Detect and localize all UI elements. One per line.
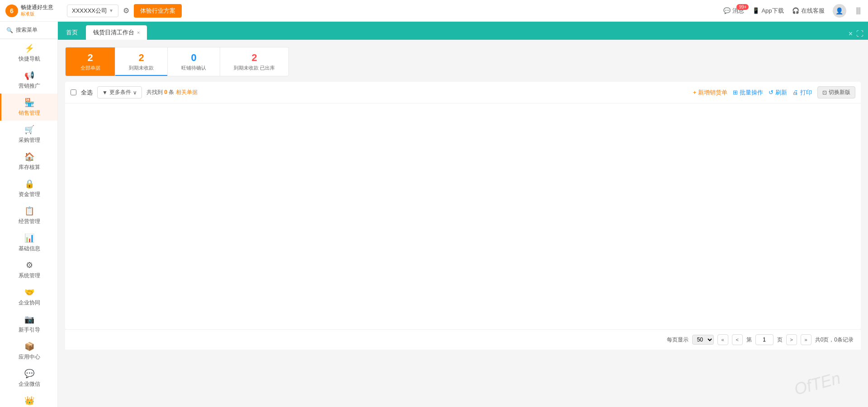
stat-label-all: 全部单据 [80, 65, 100, 71]
avatar-icon: 👤 [835, 7, 843, 14]
sidebar-item-finance[interactable]: 🔒 资金管理 [0, 175, 57, 202]
sidebar-item-label: 资金管理 [19, 191, 40, 198]
sidebar-item-beginner[interactable]: 📷 新手引导 [0, 310, 57, 337]
operations-icon: 📋 [24, 206, 34, 216]
sidebar: 🔍 搜索菜单 ⚡ 快捷导航 📢 营销推广 🏪 销售管理 🛒 采购管理 🏠 库存核… [0, 22, 58, 407]
tab-maximize-icon[interactable]: ⛶ [856, 30, 863, 38]
print-btn[interactable]: 🖨 打印 [793, 89, 812, 97]
batch-btn[interactable]: ⊞ 批量操作 [733, 89, 763, 97]
tab-minimize-icon[interactable]: × [849, 30, 853, 38]
sidebar-item-inventory[interactable]: 🏠 库存核算 [0, 148, 57, 175]
table-area [65, 103, 861, 329]
refresh-icon: ↺ [769, 89, 774, 96]
sidebar-search-item[interactable]: 🔍 搜索菜单 [0, 22, 57, 39]
tab-close-icon[interactable]: × [137, 30, 140, 35]
filter-btn[interactable]: ▼ 更多条件 ∨ [97, 86, 142, 98]
experience-btn[interactable]: 体验行业方案 [134, 4, 182, 18]
stat-tab-pending[interactable]: 0 旺铺待确认 [168, 47, 220, 76]
print-label: 打印 [800, 89, 812, 97]
sidebar-item-operations[interactable]: 📋 经营管理 [0, 202, 57, 229]
sidebar-item-marketing[interactable]: 📢 营销推广 [0, 66, 57, 94]
headset-icon: 🎧 [792, 7, 799, 14]
sidebar-item-app-center[interactable]: 📦 应用中心 [0, 337, 57, 365]
stat-num-overdue: 2 [138, 52, 144, 64]
tab-home[interactable]: 首页 [59, 25, 85, 40]
page-number-input[interactable] [755, 334, 774, 345]
logo-icon: 6 [5, 5, 18, 17]
purchase-icon: 🛒 [24, 125, 34, 135]
tab-active[interactable]: 钱货日清工作台 × [86, 25, 147, 40]
found-link[interactable]: 相关单据 [176, 89, 198, 95]
stat-tab-all[interactable]: 2 全部单据 [66, 47, 115, 76]
company-selector[interactable]: XXXXXX公司 ▼ [67, 5, 118, 17]
logo-badge: 标准版 [21, 11, 53, 17]
enterprise-icon: 🤝 [24, 287, 34, 297]
avatar[interactable]: 👤 [833, 4, 846, 18]
sidebar-item-quick-nav[interactable]: ⚡ 快捷导航 [0, 39, 57, 66]
system-icon: ⚙ [26, 260, 33, 270]
app-download-icon: 📱 [752, 7, 760, 14]
select-all-checkbox[interactable] [71, 89, 76, 95]
sidebar-item-purchase[interactable]: 🛒 采购管理 [0, 121, 57, 148]
sidebar-item-system[interactable]: ⚙ 系统管理 [0, 256, 57, 283]
sidebar-item-label: 快捷导航 [19, 55, 40, 63]
header-right: 💬 消息 99+ 📱 App下载 🎧 在线客服 👤 ▐▌ [723, 4, 863, 18]
switch-view-btn[interactable]: ⊡ 切换新版 [817, 86, 855, 98]
logo-app-name: 畅捷通好生意 [21, 4, 53, 11]
app-download-label: App下载 [761, 7, 783, 15]
sidebar-item-basic-info[interactable]: 📊 基础信息 [0, 229, 57, 256]
sidebar-item-wechat[interactable]: 💬 企业微信 [0, 365, 57, 392]
per-page-select[interactable]: 50 [692, 335, 714, 345]
pagination: 每页显示 50 « < 第 页 > » 共0页，0条记录 [65, 329, 861, 350]
message-btn[interactable]: 💬 消息 99+ [723, 7, 744, 15]
sales-icon: 🏪 [24, 98, 34, 108]
batch-label: 批量操作 [740, 89, 763, 97]
logo-area: 6 畅捷通好生意 标准版 [5, 4, 63, 18]
stat-tab-shipped[interactable]: 2 到期未收款 已出库 [220, 47, 288, 76]
online-service-btn[interactable]: 🎧 在线客服 [792, 7, 825, 15]
select-all-label: 全选 [81, 89, 93, 97]
page-label: 第 [746, 336, 752, 344]
found-unit: 条 [169, 89, 174, 95]
last-page-btn[interactable]: » [801, 334, 811, 345]
marketing-icon: 📢 [24, 70, 34, 80]
sidebar-item-label: 经营管理 [19, 218, 40, 225]
message-icon: 💬 [723, 7, 731, 14]
online-service-label: 在线客服 [801, 7, 825, 15]
sidebar-item-label: 库存核算 [19, 164, 40, 171]
sidebar-item-enterprise[interactable]: 🤝 企业协同 [0, 283, 57, 310]
total-text: 共0页，0条记录 [815, 336, 854, 344]
stat-tab-overdue[interactable]: 2 到期未收款 [115, 47, 168, 76]
stat-label-shipped: 到期未收款 已出库 [234, 65, 275, 71]
filter-icon: ▼ [102, 89, 108, 96]
sidebar-item-label: 新手引导 [19, 326, 40, 334]
user-name-display[interactable]: ▐▌ [854, 7, 863, 14]
prev-page-btn[interactable]: < [732, 334, 743, 345]
chevron-icon: ∨ [133, 89, 137, 96]
stat-num-all: 2 [87, 52, 93, 64]
finance-icon: 🔒 [24, 179, 34, 189]
chevron-down-icon-user: ▐▌ [854, 7, 863, 14]
per-page-label: 每页显示 [667, 336, 689, 344]
stat-label-overdue: 到期未收款 [129, 65, 154, 71]
tab-actions: × ⛶ [849, 30, 868, 40]
sidebar-item-label: 采购管理 [19, 136, 40, 144]
app-download-btn[interactable]: 📱 App下载 [752, 7, 783, 15]
settings-icon[interactable]: ⚙ [123, 6, 129, 15]
refresh-btn[interactable]: ↺ 刷新 [769, 89, 787, 97]
next-page-btn[interactable]: > [786, 334, 797, 345]
found-text: 共找到 0 条 相关单据 [146, 89, 198, 96]
sidebar-item-member[interactable]: 👑 畅会员 [0, 392, 57, 407]
first-page-btn[interactable]: « [717, 334, 728, 345]
sidebar-item-sales[interactable]: 🏪 销售管理 [0, 94, 57, 121]
batch-icon: ⊞ [733, 89, 738, 96]
found-prefix: 共找到 [146, 89, 163, 95]
tab-home-label: 首页 [66, 28, 78, 37]
stat-num-shipped: 2 [251, 52, 257, 64]
beginner-icon: 📷 [24, 314, 34, 324]
basic-info-icon: 📊 [24, 233, 34, 243]
add-sale-btn[interactable]: + 新增销货单 [693, 89, 727, 97]
sidebar-search-label: 搜索菜单 [16, 26, 38, 34]
switch-label: 切换新版 [829, 89, 850, 96]
sidebar-item-label: 基础信息 [19, 245, 40, 253]
